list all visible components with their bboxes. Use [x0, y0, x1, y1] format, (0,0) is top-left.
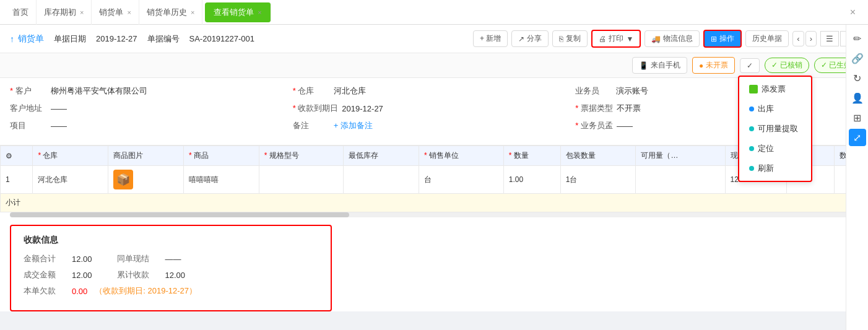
- tab-sales-order[interactable]: 销货单 ×: [92, 0, 139, 25]
- row-unit: 台: [419, 166, 504, 194]
- col-product: 商品: [183, 146, 259, 166]
- sidebar-edit-icon[interactable]: ✏: [849, 30, 866, 47]
- number-label: 单据编号: [147, 33, 180, 45]
- effective-check-icon: ✓: [821, 61, 827, 69]
- sub-action-bar: 📱 来自手机 ● 未开票 ✓ ✓ 已核销 ✓ 已生效 添发票 出库: [0, 53, 868, 78]
- horizontal-scrollbar[interactable]: [10, 212, 858, 217]
- refresh-item[interactable]: 刷新: [739, 158, 811, 178]
- same-order-value: ——: [165, 254, 181, 264]
- row-warehouse: 河北仓库: [33, 166, 108, 194]
- add-invoice-item[interactable]: 添发票: [739, 79, 811, 99]
- transaction-label: 成交金额: [24, 269, 67, 280]
- confirmed-badge[interactable]: ✓ 已核销: [765, 58, 809, 73]
- print-icon: 🖨: [599, 35, 606, 43]
- tab-close-inventory[interactable]: ×: [80, 9, 84, 16]
- row-product: 嘻嘻嘻嘻: [183, 166, 259, 194]
- address-value: ——: [51, 104, 67, 113]
- tab-sales-history[interactable]: 销货单历史 ×: [139, 0, 202, 25]
- tab-view-sales[interactable]: 查看销货单 ×: [205, 2, 271, 22]
- staff-label: 业务员: [575, 85, 612, 97]
- col-warehouse: 仓库: [33, 146, 108, 166]
- confirm-icon-btn[interactable]: ✓: [740, 58, 760, 73]
- share-icon: ↗: [518, 35, 524, 43]
- share-button[interactable]: ↗ 分享: [511, 30, 549, 47]
- row-image: 📦: [108, 166, 184, 194]
- check-icon: ✓: [771, 61, 778, 69]
- same-order-label: 同单现结: [117, 253, 160, 264]
- print-button[interactable]: 🖨 打印 ▼: [591, 30, 641, 48]
- sales-field: 业务员孟 ——: [575, 120, 858, 131]
- operation-dropdown: 添发票 出库 可用量提取 定位 刷新: [738, 76, 812, 182]
- subtotal-label: 小计: [1, 194, 868, 212]
- doc-header: ↑ 销货单 单据日期 2019-12-27 单据编号 SA-20191227-0…: [0, 25, 868, 53]
- date-label: 单据日期: [54, 33, 86, 45]
- form-row-3: 项目 —— 备注 + 添加备注 业务员孟 ——: [10, 120, 858, 131]
- warehouse-field: 仓库 河北仓库: [293, 85, 576, 97]
- col-settings[interactable]: ⚙: [1, 146, 33, 166]
- operation-button[interactable]: ⊞ 操作: [703, 30, 742, 48]
- global-close-button[interactable]: ×: [843, 7, 863, 18]
- sidebar-link-icon[interactable]: 🔗: [849, 50, 866, 67]
- outstanding-item: 本单欠款 0.00 （收款到期日: 2019-12-27）: [24, 285, 197, 297]
- row-quantity: 1.00: [503, 166, 560, 194]
- doc-type-icon: ↑: [10, 34, 14, 44]
- sidebar-refresh-icon[interactable]: ↻: [849, 69, 866, 87]
- form-row-2: 客户地址 —— 收款到期日 2019-12-27 票据类型 不开票: [10, 103, 858, 114]
- project-label: 项目: [10, 120, 47, 131]
- subtotal-row: 小计: [1, 194, 868, 212]
- logistics-button[interactable]: 🚚 物流信息: [644, 30, 700, 47]
- tab-close-sales[interactable]: ×: [127, 9, 131, 16]
- col-unit: 销售单位: [419, 146, 504, 166]
- tab-close-view[interactable]: ×: [258, 9, 261, 16]
- outstanding-value: 0.00: [72, 287, 87, 296]
- tab-home[interactable]: 首页: [5, 0, 37, 25]
- locate-icon: [749, 146, 754, 151]
- tab-close-history[interactable]: ×: [191, 9, 194, 16]
- not-opened-button[interactable]: ● 未开票: [692, 57, 735, 74]
- sidebar-table-icon[interactable]: ⊞: [849, 109, 866, 126]
- amount-value: 12.00: [72, 254, 92, 264]
- row-pack-qty: 1台: [560, 166, 636, 194]
- copy-button[interactable]: ⎘ 复制: [552, 30, 588, 47]
- outbound-item[interactable]: 出库: [739, 99, 811, 119]
- row-available: [636, 166, 725, 194]
- cumulative-value: 12.00: [165, 271, 186, 280]
- history-button[interactable]: 历史单据: [745, 30, 789, 47]
- list-view-btn[interactable]: ☰: [820, 31, 839, 46]
- scrollbar-thumb[interactable]: [10, 212, 349, 217]
- available-icon: [749, 126, 754, 131]
- payment-row-2: 成交金额 12.00 累计收款 12.00: [24, 269, 318, 280]
- date-value: 2019-12-27: [96, 34, 137, 43]
- sidebar-user-icon[interactable]: 👤: [849, 89, 866, 106]
- from-phone-button[interactable]: 📱 来自手机: [632, 57, 687, 74]
- col-pack-qty: 包装数量: [560, 146, 636, 166]
- due-date-note: （收款到期日: 2019-12-27）: [95, 285, 197, 297]
- next-arrow[interactable]: ›: [805, 31, 817, 46]
- available-qty-item[interactable]: 可用量提取: [739, 119, 811, 139]
- col-min-stock: 最低库存: [344, 146, 419, 166]
- customer-value: 柳州粤港平安气体有限公司: [51, 85, 147, 97]
- main-content: ↑ 销货单 单据日期 2019-12-27 单据编号 SA-20191227-0…: [0, 25, 868, 311]
- due-date-value: 2019-12-27: [342, 104, 383, 113]
- note-field: 备注 + 添加备注: [293, 120, 576, 131]
- add-note-button[interactable]: + 添加备注: [334, 120, 373, 131]
- prev-arrow[interactable]: ‹: [792, 31, 804, 46]
- customer-field: 客户 柳州粤港平安气体有限公司: [10, 85, 293, 97]
- sidebar-expand-icon[interactable]: ⤢: [849, 129, 866, 146]
- transaction-value: 12.00: [72, 271, 92, 280]
- tab-bar: 首页 库存期初 × 销货单 × 销货单历史 × 查看销货单 × ×: [0, 0, 868, 25]
- project-value: ——: [51, 121, 67, 131]
- doc-actions: + 新增 ↗ 分享 ⎘ 复制 🖨 打印 ▼ 🚚 物流信息 ⊞ 操作: [473, 30, 858, 48]
- locate-item[interactable]: 定位: [739, 139, 811, 158]
- new-button[interactable]: + 新增: [473, 30, 508, 47]
- row-index: 1: [1, 166, 33, 194]
- col-available: 可用量（…: [636, 146, 725, 166]
- payment-section: 收款信息 金额合计 12.00 同单现结 —— 成交金额 12.00 累计收款 …: [10, 225, 332, 311]
- cumulative-label: 累计收款: [117, 269, 160, 280]
- invoice-icon: [749, 85, 758, 93]
- staff-value: 演示账号: [616, 85, 648, 97]
- due-date-field: 收款到期日 2019-12-27: [293, 103, 576, 114]
- payment-row-1: 金额合计 12.00 同单现结 ——: [24, 253, 318, 264]
- ticket-value: 不开票: [617, 103, 641, 114]
- tab-inventory-init[interactable]: 库存期初 ×: [37, 0, 92, 25]
